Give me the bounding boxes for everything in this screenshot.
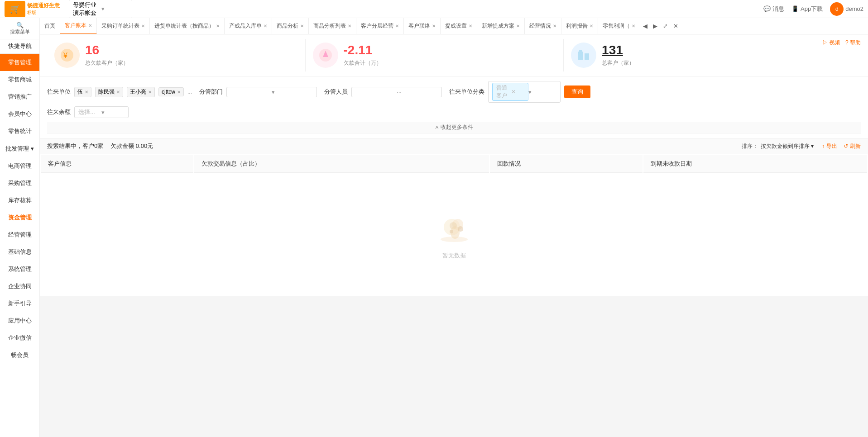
sidebar-item-sys-mgmt[interactable]: 系统管理 <box>0 261 39 278</box>
tab-customer-ledger[interactable]: 客户账本 ✕ <box>60 18 97 34</box>
sidebar-item-operations[interactable]: 经营管理 <box>0 226 39 243</box>
tab-product-analysis[interactable]: 商品分析 ✕ <box>272 18 309 34</box>
sidebar-item-enterprise-wx[interactable]: 企业微信 <box>0 329 39 347</box>
account-selector-label: 母婴行业演示帐套 <box>73 1 100 17</box>
sidebar: 🔍 搜索菜单 快捷导航 零售管理 零售商城 营销推广 会员中心 零售统计 <box>0 18 40 437</box>
tab-close-icon[interactable]: ✕ <box>516 24 520 28</box>
refresh-label: 刷新 <box>850 142 861 150</box>
filter-tag-wang-remove[interactable]: ✕ <box>148 90 152 95</box>
help-link[interactable]: ? 帮助 <box>845 39 861 47</box>
sidebar-item-vip-member[interactable]: 畅会员 <box>0 347 39 364</box>
app-download-btn[interactable]: 📱 App下载 <box>791 5 823 13</box>
tab-profit-report[interactable]: 利润报告 ✕ <box>561 18 598 34</box>
logo-subtitle: 标版 <box>27 10 60 16</box>
sidebar-item-member[interactable]: 会员中心 <box>0 105 39 123</box>
balance-filter-select[interactable]: 选择... ▾ <box>74 106 129 118</box>
tab-close-icon[interactable]: ✕ <box>216 24 220 28</box>
unit-class-tag-remove[interactable]: ✕ <box>511 89 524 95</box>
chevron-down-icon: ▾ <box>272 89 313 95</box>
tab-home[interactable]: 首页 <box>40 18 60 34</box>
tab-close-icon[interactable]: ✕ <box>469 24 472 28</box>
sidebar-item-label: 批发管理 ▾ <box>2 145 38 153</box>
sidebar-item-retail-stats[interactable]: 零售统计 <box>0 123 39 140</box>
tab-close-icon[interactable]: ✕ <box>141 24 145 28</box>
tab-product-analysis-list[interactable]: 商品分析列表 ✕ <box>309 18 356 34</box>
tab-purchase-order-label: 采购订单统计表 <box>101 22 139 30</box>
tab-customer-contact[interactable]: 客户联络 ✕ <box>404 18 441 34</box>
tab-close-icon[interactable]: ✕ <box>264 24 267 28</box>
sidebar-item-batch-mgmt[interactable]: 批发管理 ▾ <box>0 140 39 157</box>
tab-customer-segment[interactable]: 客户分层经营 ✕ <box>356 18 404 34</box>
sidebar-item-ecommerce[interactable]: 电商管理 <box>0 157 39 175</box>
tab-purchase-order[interactable]: 采购订单统计表 ✕ <box>97 18 150 34</box>
table-header-row: 客户信息 欠款交易信息（占比） 回款情况 到期未收款日期 <box>41 155 867 173</box>
tab-raise-settings[interactable]: 提成设置 ✕ <box>441 18 477 34</box>
tab-close-all-btn[interactable]: ✕ <box>671 18 681 34</box>
unit-class-select[interactable]: 普通客户 ✕ ▾ <box>488 81 561 103</box>
sidebar-item-basic-info[interactable]: 基础信息 <box>0 243 39 261</box>
filter-tag-chen-remove[interactable]: ✕ <box>116 90 120 95</box>
sidebar-item-enterprise[interactable]: 企业协同 <box>0 278 39 295</box>
filter-more-btn[interactable]: ... <box>187 89 192 95</box>
stat-label-customers: 总欠款客户（家） <box>85 59 129 67</box>
tab-expand-btn[interactable]: ⤢ <box>660 18 671 34</box>
sidebar-item-label: 应用中心 <box>2 317 38 325</box>
filter-tag-cjttcw: cjttcw ✕ <box>158 87 184 96</box>
tab-nav-next[interactable]: ▶ <box>650 18 660 34</box>
empty-illustration <box>436 210 472 246</box>
tab-inbound-stat-label: 进货单统计表（按商品） <box>154 22 214 30</box>
filter-tag-cjttcw-remove[interactable]: ✕ <box>177 90 181 95</box>
sidebar-item-retail-mgmt[interactable]: 零售管理 <box>0 54 39 71</box>
collapse-label: ∧ 收起更多条件 <box>435 124 473 130</box>
tab-product-inbound[interactable]: 产成品入库单 ✕ <box>225 18 272 34</box>
tab-close-icon[interactable]: ✕ <box>300 24 304 28</box>
video-link[interactable]: ▷ 视频 <box>822 39 840 47</box>
sidebar-item-app-center[interactable]: 应用中心 <box>0 312 39 329</box>
sidebar-item-new-guide[interactable]: 新手引导 <box>0 295 39 312</box>
sort-select[interactable]: 按欠款金额到序排序 ▾ <box>761 142 814 150</box>
table-area: 客户信息 欠款交易信息（占比） 回款情况 到期未收款日期 <box>40 154 868 296</box>
person-filter-select[interactable]: ··· <box>351 87 442 97</box>
filter-tag-wu-remove[interactable]: ✕ <box>85 90 88 95</box>
tab-inbound-stat[interactable]: 进货单统计表（按商品） ✕ <box>150 18 225 34</box>
tab-close-icon[interactable]: ✕ <box>590 24 593 28</box>
sidebar-item-retail-mall[interactable]: 零售商城 <box>0 71 39 88</box>
tab-close-icon[interactable]: ✕ <box>348 24 351 28</box>
tab-close-icon[interactable]: ✕ <box>632 24 635 28</box>
refresh-btn[interactable]: ↺ 刷新 <box>844 142 861 150</box>
tab-operation-status[interactable]: 经营情况 ✕ <box>525 18 561 34</box>
filter-tag-chen: 陈民强 ✕ <box>95 87 123 97</box>
tab-close-icon[interactable]: ✕ <box>88 23 92 28</box>
tab-close-icon[interactable]: ✕ <box>395 24 399 28</box>
tab-new-raise[interactable]: 新增提成方案 ✕ <box>477 18 525 34</box>
user-menu[interactable]: d demo2 <box>830 2 863 16</box>
collapse-bar[interactable]: ∧ 收起更多条件 <box>47 122 861 133</box>
tab-retail-profit-label: 零售利润（ <box>603 22 630 30</box>
sidebar-search[interactable]: 🔍 搜索菜单 <box>0 18 39 39</box>
sidebar-item-marketing[interactable]: 营销推广 <box>0 88 39 105</box>
tab-customer-segment-label: 客户分层经营 <box>361 22 393 30</box>
balance-placeholder: 选择... <box>78 108 101 116</box>
tab-retail-profit[interactable]: 零售利润（ ✕ <box>598 18 640 34</box>
message-btn[interactable]: 💬 消息 <box>763 5 784 13</box>
svg-rect-6 <box>579 50 582 52</box>
query-button[interactable]: 查询 <box>564 86 590 98</box>
sidebar-item-inventory[interactable]: 库存核算 <box>0 192 39 209</box>
sidebar-item-purchase[interactable]: 采购管理 <box>0 175 39 192</box>
user-name: demo2 <box>845 5 863 12</box>
export-btn[interactable]: ↑ 导出 <box>822 142 837 150</box>
export-label: 导出 <box>826 142 837 150</box>
sidebar-quick-nav[interactable]: 快捷导航 <box>0 39 39 53</box>
top-bar: 🛒 畅捷通好生意 标版 母婴行业演示帐套 ▾ 💬 消息 📱 App下载 d de… <box>0 0 868 18</box>
sidebar-item-finance[interactable]: 资金管理 <box>0 209 39 226</box>
tab-close-icon[interactable]: ✕ <box>432 24 436 28</box>
dept-filter-select[interactable]: ▾ <box>226 87 317 97</box>
unit-class-tag: 普通客户 ✕ <box>492 83 528 101</box>
tab-close-icon[interactable]: ✕ <box>553 24 556 28</box>
filter-tag-wang-text: 王小亮 <box>130 88 146 96</box>
tab-operation-status-label: 经营情况 <box>529 22 551 30</box>
chevron-down-icon: ▾ <box>101 109 125 116</box>
sidebar-item-label: 资金管理 <box>2 214 38 222</box>
account-selector[interactable]: 母婴行业演示帐套 ▾ <box>69 0 132 19</box>
tab-nav-prev[interactable]: ◀ <box>640 18 650 34</box>
